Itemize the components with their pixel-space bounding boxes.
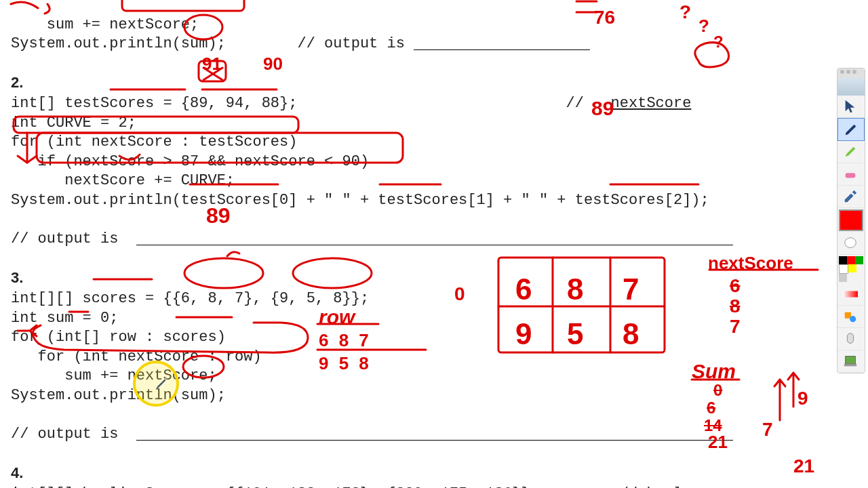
table-cell: 5 <box>567 314 583 353</box>
svg-rect-9 <box>846 173 856 178</box>
pen-tool[interactable] <box>837 118 865 141</box>
highlighter-tool[interactable] <box>837 141 863 163</box>
current-color-swatch[interactable] <box>839 209 863 231</box>
svg-rect-10 <box>843 291 858 297</box>
code-line: for (int nextScore : row) <box>11 348 262 365</box>
annotation-qmark: ? <box>679 0 691 24</box>
annotation-89: 89 <box>591 95 614 121</box>
code-line: System.out.println(testScores[0] + " " +… <box>11 192 709 209</box>
code-line: // output is <box>11 426 136 443</box>
code-line: sum += nextScore; <box>11 367 217 384</box>
eraser-tool[interactable] <box>837 163 863 186</box>
code-line: int sum = 0; <box>11 310 118 327</box>
question-number-2: 2. <box>11 74 23 91</box>
color-shape-icon[interactable] <box>837 232 863 255</box>
table-cell: 8 <box>567 270 583 308</box>
code-line: for (int[] row : scores) <box>11 329 226 346</box>
annotation-ns-7: 7 <box>730 314 741 339</box>
annotation-row: row <box>319 304 355 330</box>
svg-rect-13 <box>847 333 853 344</box>
toolbox-titlebar[interactable] <box>837 68 865 78</box>
table-cell: 8 <box>623 314 639 353</box>
code-line: // output is <box>11 230 136 247</box>
color-palette[interactable] <box>839 256 863 282</box>
question-number-3: 3. <box>11 269 23 286</box>
var-bowler: bowler <box>646 485 700 488</box>
table-cell: 7 <box>623 270 639 308</box>
code-line: for (int nextScore : testScores) <box>11 134 297 150</box>
stamp-tool[interactable] <box>837 350 863 373</box>
question-number-4: 4. <box>11 464 23 481</box>
annotation-76: 76 <box>594 5 615 30</box>
table-cell: 6 <box>515 270 532 308</box>
annotation-row-vals: 9 5 8 <box>319 352 372 375</box>
svg-point-12 <box>850 316 856 322</box>
annotation-9: 9 <box>797 386 808 411</box>
code-line: if (nextScore > 87 && nextScore < 90) <box>11 153 369 170</box>
code-line: sum += nextScore; <box>11 16 199 33</box>
annotation-qmark: ? <box>713 31 724 52</box>
pencil-cursor-icon <box>155 375 170 390</box>
pointer-tool[interactable] <box>837 96 863 118</box>
code-line: int[][] bowlingScores = {{191, 182, 173}… <box>11 485 539 488</box>
eyedropper-tool[interactable] <box>837 186 863 208</box>
annotation-nextscore-label: nextScore <box>708 252 793 275</box>
annotation-sum-21: 21 <box>708 431 728 454</box>
annotation-index: 0 <box>454 282 465 306</box>
code-line: System.out.println(sum); <box>11 387 226 404</box>
svg-rect-15 <box>844 364 856 367</box>
shapes-tool[interactable] <box>837 306 863 328</box>
annotation-89-output: 89 <box>206 202 231 230</box>
annotation-7: 7 <box>762 418 773 442</box>
annotation-toolbox[interactable] <box>837 68 865 373</box>
code-line: System.out.println(sum); // output is <box>11 35 414 52</box>
var-nextscore: nextScore <box>611 95 692 112</box>
annotation-90: 90 <box>263 53 283 76</box>
opacity-slider-icon[interactable] <box>837 283 863 306</box>
code-line: int CURVE = 2; <box>11 115 136 131</box>
table-cell: 9 <box>515 314 532 353</box>
code-line: int[] testScores = { <box>11 95 190 112</box>
annotation-qmark: ? <box>698 15 709 38</box>
svg-rect-11 <box>845 312 851 319</box>
code-line: int[][] scores = {{6, 8, 7}, {9, 5, 8}}; <box>11 290 369 307</box>
svg-rect-14 <box>846 357 856 364</box>
document-body: sum += nextScore; System.out.println(sum… <box>11 0 733 488</box>
toolbox-preview <box>837 78 865 96</box>
annotation-21: 21 <box>793 454 814 479</box>
mouse-tool[interactable] <box>837 328 863 350</box>
annotation-row-vals: 6 8 7 <box>319 329 372 352</box>
code-line: nextScore += CURVE; <box>11 172 235 189</box>
annotation-91: 91 <box>202 53 222 76</box>
